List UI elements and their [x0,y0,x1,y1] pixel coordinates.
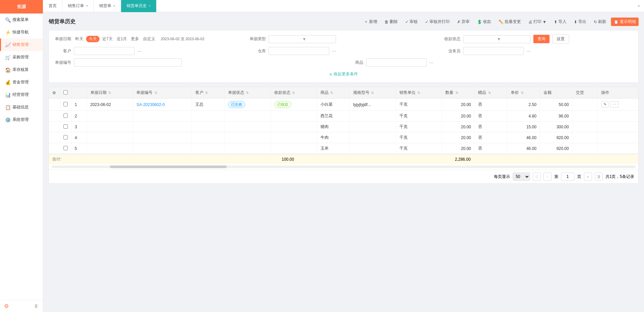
type-select[interactable]: ▼ [269,35,336,43]
batch-change-button[interactable]: ✏️ 批量变更 [496,18,524,26]
show-detail-button[interactable]: 📋 显示明细 [611,18,639,26]
tab-sales-order[interactable]: 销售订单 × [62,0,94,12]
sort-qty-icon[interactable]: ⇅ [455,91,458,95]
th-price[interactable]: 单价 ⇅ [507,87,540,99]
refresh-button[interactable]: ↻ 刷新 [591,18,609,26]
th-doc-status[interactable]: 单据状态 ⇅ [225,87,271,99]
th-customer[interactable]: 客户 ⇅ [192,87,225,99]
sort-price-icon[interactable]: ⇅ [521,91,524,95]
sidebar-item-sys-mgmt[interactable]: ⚙️ 系统管理 [0,113,43,126]
sidebar-item-ops-mgmt[interactable]: 📊 经营管理 [0,88,43,101]
sort-doc-date-icon[interactable]: ⇅ [108,91,111,95]
last-page-button[interactable]: ⟩⟩ [595,173,603,181]
page-input[interactable] [561,173,575,181]
sidebar-item-fund-mgmt[interactable]: 💰 资金管理 [0,76,43,88]
goods-ellipsis[interactable]: ··· [429,60,433,65]
customer-input[interactable] [74,47,135,55]
date-yesterday[interactable]: 昨天 [74,36,85,42]
review-print-button[interactable]: ✓ 审核并打印 [422,18,452,26]
row-check[interactable] [60,143,71,154]
salesperson-input[interactable] [463,47,524,55]
row-checkbox[interactable] [63,102,68,106]
th-amount[interactable]: 金额 [540,87,572,99]
tab-sales-history-close[interactable]: × [149,4,151,8]
th-check[interactable] [60,87,71,99]
sort-doc-status-icon[interactable]: ⇅ [246,91,249,95]
sidebar-collapse-icon[interactable]: ⏸ [33,303,39,309]
payment-status-select[interactable]: ▼ [463,35,531,43]
abandon-button[interactable]: ✗ 弃审 [454,18,472,26]
th-doc-no[interactable]: 单据编号 ⇅ [133,87,192,99]
first-page-button[interactable]: ⟨⟨ [533,173,541,181]
sidebar-item-stock-calc[interactable]: 🏠 库存核算 [0,63,43,76]
tab-sales-goods-close[interactable]: × [113,4,115,8]
sidebar-item-search-menu[interactable]: 🔍 搜索菜单 [0,14,43,26]
prev-page-button[interactable]: ‹ [543,173,552,181]
print-button[interactable]: 🖨 打印 ▼ [526,18,549,26]
th-spec[interactable]: 规格型号 ⇅ [349,87,396,99]
row-checkbox[interactable] [63,135,68,139]
sort-gift-icon[interactable]: ⇅ [488,91,491,95]
sort-customer-icon[interactable]: ⇅ [205,91,208,95]
per-page-select[interactable]: 50 10 20 100 [513,173,530,181]
salesperson-ellipsis[interactable]: ··· [527,48,531,54]
th-doc-date[interactable]: 单据日期 ⇅ [87,87,133,99]
date-7days[interactable]: 近7天 [101,36,114,42]
date-custom[interactable]: 自定义 [142,36,157,42]
review-button[interactable]: ✓ 审核 [402,18,420,26]
th-goods[interactable]: 商品 ⇅ [317,87,349,99]
row-delivery [572,111,598,122]
doc-no-link[interactable]: SA-20230602-0 [136,102,165,107]
collect-button[interactable]: 💲 收款 [474,18,494,26]
next-page-button[interactable]: › [584,173,592,181]
import-button[interactable]: ⬆ 导入 [551,18,569,26]
warehouse-ellipsis[interactable]: ··· [332,48,336,54]
horizontal-scrollbar[interactable] [49,164,638,170]
warehouse-input[interactable] [269,47,329,55]
row-check[interactable] [60,99,71,111]
row-check[interactable] [60,111,71,122]
sidebar-item-basic-info[interactable]: 📋 基础信息 [0,101,43,113]
tab-sales-order-close[interactable]: × [86,4,88,8]
query-button[interactable]: 查询 [533,35,550,43]
date-more[interactable]: 更多 [130,36,140,42]
tab-sales-goods[interactable]: 销货单 × [94,0,121,12]
sidebar-settings-icon[interactable]: ⚙ [4,303,9,309]
delete-button[interactable]: 🗑 删除 [382,18,400,26]
close-all-button[interactable]: × [634,4,644,8]
settings-filter-button[interactable]: 设置 [552,34,569,44]
th-gear[interactable]: ⚙ [49,87,60,99]
docno-input[interactable] [74,58,182,67]
tab-home[interactable]: 首页 [43,0,62,12]
select-all-checkbox[interactable] [63,90,68,95]
row-doc-no[interactable]: SA-20230602-0 [133,99,192,111]
th-qty[interactable]: 数量 ⇅ [442,87,475,99]
table-row: 5玉米千克20.00否46.00920.00 [49,143,638,154]
row-check[interactable] [60,122,71,132]
sort-spec-icon[interactable]: ⇅ [371,91,374,95]
th-payment-status[interactable]: 收款状态 ⇅ [271,87,317,99]
goods-input[interactable] [366,58,427,67]
customer-ellipsis[interactable]: ··· [137,48,141,54]
sidebar-item-sales-mgmt[interactable]: 📈 销售管理 [0,38,43,51]
collapse-button[interactable]: ∧ 收起更多条件 [54,70,633,78]
sort-unit-icon[interactable]: ⇅ [417,91,420,95]
new-button[interactable]: ＋ 新增 [361,18,380,26]
tab-sales-history[interactable]: 销货单历史 × [121,0,157,12]
edit-action-button[interactable]: ✎ [601,101,609,108]
row-check[interactable] [60,132,71,143]
more-action-button[interactable]: ⋯ [610,101,619,108]
th-unit[interactable]: 销售单位 ⇅ [396,87,442,99]
date-1month[interactable]: 近1月 [115,36,129,42]
sort-payment-status-icon[interactable]: ⇅ [292,91,295,95]
sort-doc-no-icon[interactable]: ⇅ [155,91,157,95]
row-checkbox[interactable] [63,146,68,150]
row-checkbox[interactable] [63,113,68,118]
sidebar-item-quick-nav[interactable]: ⚡ 快捷导航 [0,26,43,38]
sidebar-item-purchase-mgmt[interactable]: 🛒 采购管理 [0,51,43,63]
th-gift[interactable]: 赠品 ⇅ [475,87,507,99]
date-today[interactable]: 今天 [86,36,100,42]
row-checkbox[interactable] [63,124,68,129]
sort-goods-icon[interactable]: ⇅ [330,91,333,95]
export-button[interactable]: ⬇ 导出 [571,18,589,26]
